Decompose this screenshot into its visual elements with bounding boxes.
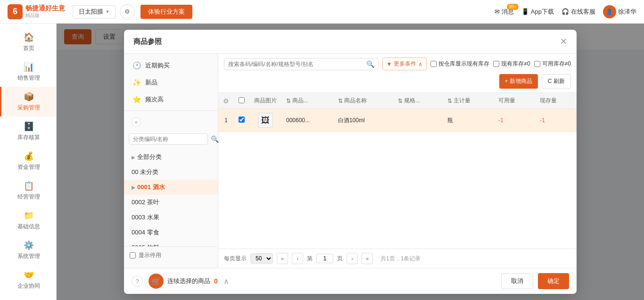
- category-tea[interactable]: 0002 茶叶: [124, 195, 218, 210]
- expand-icon: ▶: [132, 155, 135, 160]
- warehouse-filter-checkbox[interactable]: [430, 61, 437, 67]
- modal-close-button[interactable]: ✕: [560, 36, 567, 47]
- category-liquor[interactable]: ▶ 0001 酒水: [124, 180, 218, 195]
- td-available: -1: [494, 109, 535, 132]
- help-button[interactable]: ?: [132, 275, 143, 287]
- product-search-input[interactable]: [228, 61, 364, 67]
- sidebar-item-finance[interactable]: 💰 资金管理: [0, 146, 56, 176]
- nav-settings-button[interactable]: ⚙: [120, 4, 135, 19]
- collapse-cart-button[interactable]: ∧: [223, 277, 229, 286]
- logo-text: 畅捷通好生意 精品版: [25, 4, 65, 19]
- td-image: 🖼: [249, 109, 281, 132]
- next-page-button[interactable]: ›: [347, 253, 358, 264]
- frequent-tab[interactable]: ⭐ 频次高: [128, 92, 214, 108]
- page-number-input[interactable]: [316, 254, 333, 263]
- toolbar-right: + 新增商品 C 刷新: [499, 74, 571, 89]
- message-icon: ✉: [495, 8, 500, 15]
- th-settings[interactable]: ⚙: [218, 93, 234, 109]
- store-selector[interactable]: 日太阳膜 ▼: [73, 5, 116, 18]
- modal-toolbar: 🔍 ▼ 更多条件 ∧ 按仓库显示现有库存: [218, 54, 577, 93]
- td-code: 000600...: [281, 109, 333, 132]
- stock-not-zero-label[interactable]: 现有库存≠0: [493, 60, 530, 68]
- confirm-button[interactable]: 确定: [538, 273, 569, 289]
- product-search-icon[interactable]: 🔍: [366, 60, 374, 68]
- modal-left-panel: 🕐 近期购买 ✨ 新品 ⭐ 频次高: [124, 54, 218, 268]
- category-search-icon[interactable]: 🔍: [211, 135, 219, 143]
- category-search-input[interactable]: [129, 133, 208, 145]
- recent-purchase-tab[interactable]: 🕐 近期购买: [128, 58, 214, 74]
- td-num: 1: [218, 109, 234, 132]
- new-icon: ✨: [132, 78, 141, 87]
- th-stock[interactable]: 现存量: [535, 93, 577, 109]
- first-page-button[interactable]: «: [277, 253, 288, 264]
- user-area[interactable]: 👤 徐泽华: [603, 5, 636, 18]
- sidebar-item-home[interactable]: 🏠 首页: [0, 27, 56, 57]
- enterprise-icon: 🤝: [24, 270, 34, 280]
- category-beverage[interactable]: 0005 饮料: [124, 240, 218, 246]
- modal-header: 商品参照 ✕: [124, 30, 577, 54]
- select-all-checkbox[interactable]: [239, 97, 245, 103]
- main-content: 查询 设置 刷新 商品参照 ✕ 🕐: [57, 24, 644, 300]
- cart-button[interactable]: 🛒: [149, 274, 164, 289]
- show-disabled-label[interactable]: 显示停用: [139, 251, 161, 259]
- stock-not-zero-checkbox[interactable]: [493, 61, 499, 67]
- category-uncategorized[interactable]: 00 未分类: [124, 165, 218, 180]
- sidebar-item-sales[interactable]: 📊 销售管理: [0, 57, 56, 87]
- refresh-button[interactable]: C 刷新: [542, 74, 571, 89]
- online-service-button[interactable]: 🎧 在线客服: [561, 8, 595, 16]
- trial-button[interactable]: 体验行业方案: [140, 5, 192, 19]
- last-page-button[interactable]: »: [362, 253, 373, 264]
- sidebar-item-purchase[interactable]: 📦 采购管理: [0, 87, 56, 117]
- show-disabled-checkbox[interactable]: [130, 252, 136, 258]
- sort-icon-unit: ⇅: [447, 98, 452, 104]
- quick-tabs: 🕐 近期购买 ✨ 新品 ⭐ 频次高: [124, 58, 218, 108]
- td-unit: 瓶: [443, 109, 494, 132]
- headset-icon: 🎧: [561, 8, 569, 15]
- sidebar-item-enterprise[interactable]: 🤝 企业协同: [0, 265, 56, 295]
- collapse-panel-button[interactable]: «: [132, 117, 141, 127]
- sidebar-item-inventory[interactable]: 🗄️ 库存核算: [0, 117, 56, 146]
- sidebar-item-operations[interactable]: 📋 经营管理: [0, 176, 56, 206]
- active-expand-icon: ▶: [132, 185, 135, 190]
- th-checkbox[interactable]: [234, 93, 249, 109]
- table-row[interactable]: 1 🖼 000600... 白酒100ml 瓶: [218, 109, 577, 132]
- divider: [124, 110, 218, 111]
- operations-icon: 📋: [24, 181, 34, 191]
- star-icon: ⭐: [132, 95, 141, 104]
- sidebar-item-basic-info[interactable]: 📁 基础信息: [0, 206, 56, 235]
- sidebar-item-guide[interactable]: 📖 新手引导: [0, 295, 56, 300]
- category-fruit[interactable]: 0003 水果: [124, 210, 218, 225]
- td-spec: [393, 109, 443, 132]
- page-size-select[interactable]: 50: [250, 253, 273, 264]
- messages-button[interactable]: ✉ 消息 99+: [495, 8, 514, 16]
- category-snack[interactable]: 0004 零食: [124, 225, 218, 240]
- cancel-button[interactable]: 取消: [501, 273, 533, 289]
- usable-not-zero-label[interactable]: 可用库存≠0: [534, 60, 571, 68]
- sidebar-item-system[interactable]: ⚙️ 系统管理: [0, 235, 56, 265]
- bottom-left-area: ? 🛒 连续选择的商品 0 ∧: [132, 274, 229, 289]
- basic-info-icon: 📁: [24, 210, 34, 221]
- th-spec[interactable]: ⇅规格...: [393, 93, 443, 109]
- category-list: ▶ 全部分类 00 未分类 ▶ 0001 酒水 0002 茶: [124, 148, 218, 246]
- app-download-button[interactable]: 📱 App下载: [521, 8, 554, 16]
- row-checkbox[interactable]: [239, 117, 245, 123]
- th-unit[interactable]: ⇅主计量: [443, 93, 494, 109]
- th-available[interactable]: 可用量: [494, 93, 535, 109]
- message-badge: 99+: [507, 4, 519, 10]
- category-all[interactable]: ▶ 全部分类: [124, 150, 218, 165]
- td-checkbox[interactable]: [234, 109, 249, 132]
- warehouse-filter-label[interactable]: 按仓库显示现有库存: [430, 60, 489, 68]
- total-info: 共1页，1条记录: [380, 255, 421, 263]
- th-code[interactable]: ⇅商品...: [281, 93, 333, 109]
- sales-icon: 📊: [24, 62, 34, 72]
- usable-not-zero-checkbox[interactable]: [534, 61, 540, 67]
- new-product-button[interactable]: + 新增商品: [499, 74, 538, 89]
- new-products-tab[interactable]: ✨ 新品: [128, 75, 214, 91]
- prev-page-button[interactable]: ‹: [292, 253, 303, 264]
- th-name[interactable]: ⇅商品名称: [333, 93, 393, 109]
- avatar: 👤: [603, 5, 616, 18]
- sort-icon: ⇅: [286, 98, 291, 104]
- top-navigation: 6 畅捷通好生意 精品版 日太阳膜 ▼ ⚙ 体验行业方案 ✉ 消息 99+ 📱 …: [0, 0, 644, 24]
- logo-icon: 6: [8, 4, 23, 19]
- more-filters-button[interactable]: ▼ 更多条件 ∧: [382, 58, 427, 70]
